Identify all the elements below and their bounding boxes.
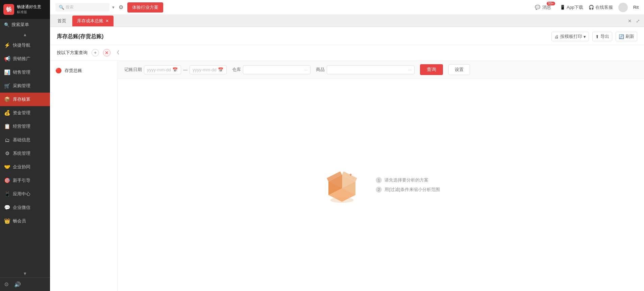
sidebar-item-label: 库存核算 <box>13 96 30 102</box>
goods-select[interactable]: ··· <box>327 65 415 74</box>
top-header: 🔍 搜索 ▾ ⚙ 体验行业方案 💬 消息 99+ 📱 App下载 🎧 在线客服 … <box>50 0 644 15</box>
header-search-box[interactable]: 🔍 搜索 <box>55 3 109 11</box>
sales-icon: 📊 <box>4 69 10 75</box>
filter-side-panel: 🔴 存货总账 <box>50 61 118 291</box>
sidebar-item-finance[interactable]: 💰 资金管理 <box>0 106 50 120</box>
settings-icon[interactable]: ⚙ <box>4 281 9 288</box>
member-icon: 👑 <box>4 218 10 224</box>
sidebar-bottom: ⚙ 🔊 <box>0 277 50 291</box>
wechat-icon: 💬 <box>4 204 10 211</box>
page-title: 库存总账(存货总账) <box>57 33 104 40</box>
tab-close-icon[interactable]: ✕ <box>105 19 109 23</box>
app-logo: 畅 畅捷通好生意 标准版 <box>0 0 50 19</box>
header-dropdown-icon[interactable]: ▾ <box>112 5 115 10</box>
print-dropdown-icon[interactable]: ▾ <box>584 34 586 39</box>
sidebar-item-marketing[interactable]: 📢 营销推广 <box>0 52 50 66</box>
sidebar-item-system[interactable]: ⚙ 系统管理 <box>0 147 50 160</box>
empty-hint-2: 2 用[过滤]条件来缩小分析范围 <box>376 187 440 193</box>
date-start-placeholder: yyyy-mm-dd <box>147 67 171 72</box>
operation-icon: 📋 <box>4 123 10 129</box>
sidebar-item-quick-nav[interactable]: ⚡ 快捷导航 <box>0 39 50 52</box>
sound-icon[interactable]: 🔊 <box>14 281 21 288</box>
sidebar-item-basic[interactable]: 🗂 基础信息 <box>0 133 50 147</box>
filter-add-btn[interactable]: ＋ <box>92 49 99 56</box>
gear-icon[interactable]: ⚙ <box>117 3 125 12</box>
sidebar-item-label: 系统管理 <box>13 150 30 156</box>
sidebar-search-label: 搜索菜单 <box>11 22 29 28</box>
print-btn[interactable]: 🖨 按模板打印 ▾ <box>551 32 589 41</box>
sidebar-search[interactable]: 🔍 搜索菜单 <box>0 19 50 30</box>
search-placeholder: 搜索 <box>66 4 74 10</box>
user-avatar[interactable] <box>618 3 628 12</box>
filter-label: 按以下方案查询 <box>57 50 88 56</box>
date-start-input[interactable]: yyyy-mm-dd 📅 <box>144 65 181 74</box>
phone-icon: 📱 <box>560 5 565 10</box>
system-icon: ⚙ <box>4 150 10 156</box>
empty-state: ✦ · 1 请先选择要分析的方案 2 用[过滤]条件来缩小分析范围 <box>118 79 644 291</box>
tab-resize-icon[interactable]: ⤢ <box>635 17 641 25</box>
sidebar-item-cooperation[interactable]: 🤝 企业协同 <box>0 160 50 174</box>
service-label: 在线客服 <box>595 4 613 10</box>
data-area: 记账日期 yyyy-mm-dd 📅 — yyyy-mm-dd 📅 仓库 <box>118 61 644 291</box>
sidebar-item-label: 资金管理 <box>13 110 30 116</box>
sidebar-item-inventory[interactable]: 📦 库存核算 <box>0 93 50 106</box>
apps-icon: 📱 <box>4 191 10 197</box>
warehouse-filter-label: 仓库 <box>232 67 241 73</box>
export-btn[interactable]: ⬆ 导出 <box>592 32 612 41</box>
settings-btn[interactable]: 设置 <box>448 64 470 75</box>
sidebar-item-sales[interactable]: 📊 销售管理 <box>0 66 50 79</box>
filter-scheme-item[interactable]: 🔴 存货总账 <box>50 64 117 77</box>
warehouse-more-icon[interactable]: ··· <box>304 67 307 72</box>
sidebar-item-purchase[interactable]: 🛒 采购管理 <box>0 79 50 93</box>
date-end-input[interactable]: yyyy-mm-dd 📅 <box>190 65 227 74</box>
page-content: 库存总账(存货总账) 🖨 按模板打印 ▾ ⬆ 导出 🔄 刷新 按以下方案查询 <box>50 27 644 291</box>
app-download-action[interactable]: 📱 App下载 <box>560 4 583 10</box>
user-name: Rit <box>633 5 639 10</box>
message-action[interactable]: 💬 消息 99+ <box>535 4 551 10</box>
sidebar-item-member[interactable]: 👑 畅会员 <box>0 214 50 228</box>
tab-inventory-cost[interactable]: 库存成本总账 ✕ <box>72 16 114 26</box>
warehouse-select[interactable]: ··· <box>243 65 311 74</box>
filter-collapse-icon[interactable]: 《 <box>115 50 119 56</box>
calendar-end-icon[interactable]: 📅 <box>218 67 223 72</box>
tab-close-panel-icon[interactable]: ✕ <box>626 17 633 25</box>
sidebar-item-apps[interactable]: 📱 应用中心 <box>0 187 50 201</box>
filter-scheme-icon: 🔴 <box>55 68 62 74</box>
finance-icon: 💰 <box>4 110 10 116</box>
content-with-sidebar: 🔴 存货总账 记账日期 yyyy-mm-dd 📅 — <box>50 61 644 291</box>
query-btn[interactable]: 查询 <box>420 64 443 75</box>
sidebar-item-operation[interactable]: 📋 经营管理 <box>0 120 50 133</box>
industry-btn[interactable]: 体验行业方案 <box>127 2 163 13</box>
sidebar-item-label: 营销推广 <box>13 56 30 62</box>
hint-num-2: 2 <box>376 187 382 193</box>
hint-text-1: 请先选择要分析的方案 <box>385 177 428 183</box>
hint-num-1: 1 <box>376 177 382 183</box>
refresh-btn[interactable]: 🔄 刷新 <box>616 32 637 41</box>
sidebar-item-label: 经营管理 <box>13 123 30 129</box>
sidebar-scroll-up[interactable]: ▲ <box>0 30 50 39</box>
print-label: 按模板打印 <box>560 33 582 40</box>
app-download-label: App下载 <box>567 4 583 10</box>
sidebar-item-label: 畅会员 <box>13 218 26 224</box>
inventory-icon: 📦 <box>4 96 10 102</box>
sidebar-item-guide[interactable]: 🎯 新手引导 <box>0 174 50 187</box>
sidebar-item-label: 应用中心 <box>13 191 30 197</box>
sidebar-scroll-down[interactable]: ▼ <box>0 269 50 277</box>
online-service-action[interactable]: 🎧 在线客服 <box>589 4 613 10</box>
search-icon: 🔍 <box>59 5 64 10</box>
goods-more-icon[interactable]: ··· <box>408 67 412 72</box>
calendar-start-icon[interactable]: 📅 <box>172 67 178 72</box>
cooperation-icon: 🤝 <box>4 164 10 170</box>
export-icon: ⬆ <box>595 34 599 39</box>
page-header-actions: 🖨 按模板打印 ▾ ⬆ 导出 🔄 刷新 <box>551 32 637 41</box>
tab-home[interactable]: 首页 <box>53 16 71 26</box>
search-icon: 🔍 <box>4 22 9 27</box>
filter-clear-btn[interactable]: ✕ <box>103 49 110 56</box>
sidebar-item-wechat[interactable]: 💬 企业微信 <box>0 201 50 214</box>
date-filter-field: 记账日期 yyyy-mm-dd 📅 — yyyy-mm-dd 📅 <box>124 65 227 74</box>
sidebar-nav: ⚡ 快捷导航 📢 营销推广 📊 销售管理 🛒 采购管理 📦 库存核算 💰 资金管… <box>0 39 50 269</box>
message-icon: 💬 <box>535 5 540 10</box>
message-badge: 99+ <box>547 2 555 5</box>
filter-bar: 按以下方案查询 ＋ ✕ 《 <box>50 45 644 61</box>
headset-icon: 🎧 <box>589 5 594 10</box>
